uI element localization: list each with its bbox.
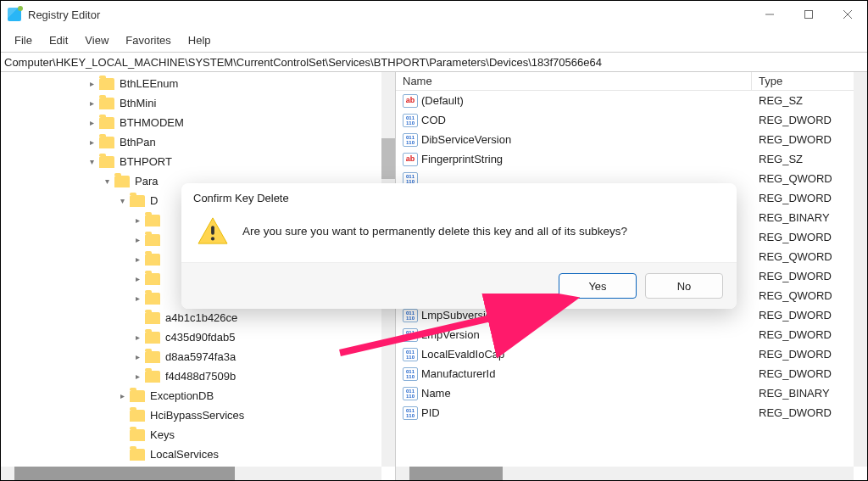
svg-point-6: [211, 237, 214, 240]
tree-row[interactable]: ▸BthMini: [86, 93, 395, 113]
value-name-cell: 011 110DibServiceVersion: [396, 133, 752, 147]
chevron-right-icon[interactable]: ▸: [116, 391, 128, 400]
chevron-right-icon[interactable]: ▸: [86, 118, 97, 127]
value-name-cell: abFingerprintString: [396, 153, 752, 166]
list-row[interactable]: 011 110DibServiceVersionREG_DWORD: [396, 130, 867, 149]
value-type-cell: REG_SZ: [752, 94, 867, 107]
string-value-icon: ab: [403, 94, 418, 108]
list-row[interactable]: ab(Default)REG_SZ: [396, 91, 867, 110]
address-bar[interactable]: Computer\HKEY_LOCAL_MACHINE\SYSTEM\Curre…: [1, 52, 867, 72]
chevron-right-icon[interactable]: ▸: [131, 254, 143, 264]
maximize-button[interactable]: [789, 1, 828, 28]
string-value-icon: ab: [403, 153, 418, 166]
list-row[interactable]: 011 110LocalEvaldIoCapREG_DWORD: [396, 344, 867, 364]
chevron-right-icon[interactable]: ▸: [131, 352, 143, 361]
list-horizontal-scrollbar[interactable]: [396, 467, 854, 480]
tree-horizontal-scrollbar[interactable]: [1, 467, 381, 480]
value-name-cell: 011 110LmpSubversion: [396, 309, 752, 322]
value-type-cell: REG_DWORD: [752, 348, 867, 361]
close-button[interactable]: [828, 1, 867, 28]
list-header: Name Type: [396, 72, 867, 91]
value-name-cell: 011 110LmpVersion: [396, 328, 752, 342]
tree-row[interactable]: ▸BthLEEnum: [86, 74, 395, 93]
folder-icon: [130, 449, 145, 461]
value-name: Name: [421, 387, 451, 400]
tree-label: Keys: [150, 428, 175, 441]
column-type-header[interactable]: Type: [752, 72, 867, 90]
list-vertical-scrollbar[interactable]: [854, 72, 867, 467]
binary-value-icon: 011 110: [403, 348, 418, 361]
chevron-right-icon[interactable]: ▸: [86, 98, 97, 108]
folder-icon: [145, 293, 160, 305]
folder-icon: [145, 371, 160, 383]
yes-button[interactable]: Yes: [559, 273, 637, 299]
value-type-cell: REG_DWORD: [752, 231, 867, 243]
list-row[interactable]: abFingerprintStringREG_SZ: [396, 149, 867, 169]
tree-row[interactable]: ▸BthPan: [86, 132, 395, 152]
chevron-right-icon[interactable]: ▸: [86, 137, 97, 147]
minimize-button[interactable]: [750, 1, 789, 28]
tree-vscroll-thumb[interactable]: [381, 138, 395, 179]
tree-row[interactable]: ▸f4d488d7509b: [86, 366, 395, 386]
list-row[interactable]: 011 110PIDREG_DWORD: [396, 403, 867, 422]
svg-rect-5: [211, 226, 214, 234]
list-hscroll-thumb[interactable]: [409, 467, 503, 480]
folder-icon: [99, 78, 114, 90]
tree-row[interactable]: Keys: [86, 425, 395, 445]
list-row[interactable]: 011 110ManufacturerIdREG_DWORD: [396, 364, 867, 383]
folder-icon: [145, 254, 160, 266]
value-type-cell: REG_QWORD: [752, 172, 867, 185]
tree-row[interactable]: a4b1c1b426ce: [86, 308, 395, 327]
value-type-cell: REG_DWORD: [752, 192, 867, 204]
menu-view[interactable]: View: [76, 31, 117, 50]
value-type-cell: REG_QWORD: [752, 289, 867, 302]
tree-label: BTHMODEM: [120, 116, 184, 129]
value-type-cell: REG_SZ: [752, 153, 867, 165]
chevron-right-icon[interactable]: ▸: [131, 215, 143, 225]
column-name-header[interactable]: Name: [396, 72, 752, 90]
list-row[interactable]: 011 110NameREG_BINARY: [396, 383, 867, 403]
value-name-cell: 011 110COD: [396, 114, 752, 127]
chevron-right-icon[interactable]: ▸: [86, 79, 97, 88]
menu-file[interactable]: File: [6, 31, 41, 50]
chevron-right-icon[interactable]: ▸: [131, 274, 143, 283]
value-type-cell: REG_DWORD: [752, 328, 867, 341]
chevron-down-icon[interactable]: ▾: [116, 196, 128, 205]
tree-label: Para: [135, 175, 158, 187]
no-button[interactable]: No: [645, 273, 723, 299]
folder-icon: [130, 429, 145, 441]
chevron-down-icon[interactable]: ▾: [101, 176, 113, 186]
binary-value-icon: 011 110: [403, 114, 418, 127]
menu-favorites[interactable]: Favorites: [117, 31, 179, 50]
menu-help[interactable]: Help: [180, 31, 220, 50]
chevron-right-icon[interactable]: ▸: [131, 372, 143, 381]
menu-edit[interactable]: Edit: [41, 31, 76, 50]
tree-row[interactable]: ▸c435d90fdab5: [86, 327, 395, 347]
regedit-icon: [8, 8, 21, 21]
tree-row[interactable]: HciBypassServices: [86, 405, 395, 425]
chevron-right-icon[interactable]: ▸: [131, 235, 143, 244]
dialog-title: Confirm Key Delete: [181, 183, 737, 208]
tree-row[interactable]: ▸ExceptionDB: [86, 386, 395, 405]
chevron-down-icon[interactable]: ▾: [86, 157, 97, 166]
tree-row[interactable]: ▸BTHMODEM: [86, 113, 395, 132]
folder-icon: [114, 176, 130, 187]
folder-icon: [130, 390, 145, 402]
chevron-right-icon[interactable]: ▸: [131, 333, 143, 342]
tree-hscroll-thumb[interactable]: [14, 467, 235, 480]
binary-value-icon: 011 110: [403, 309, 418, 322]
value-type-cell: REG_DWORD: [752, 406, 867, 419]
folder-icon: [145, 332, 160, 344]
binary-value-icon: 011 110: [403, 406, 418, 420]
list-row[interactable]: 011 110LmpVersionREG_DWORD: [396, 325, 867, 344]
tree-row[interactable]: ▸d8aa5974fa3a: [86, 347, 395, 366]
value-type-cell: REG_DWORD: [752, 133, 867, 146]
tree-row[interactable]: ▾BTHPORT: [86, 152, 395, 171]
folder-icon: [99, 156, 114, 168]
value-name: LmpVersion: [421, 328, 480, 341]
chevron-right-icon[interactable]: ▸: [131, 294, 143, 303]
dialog-message: Are you sure you want to permanently del…: [242, 225, 627, 238]
value-name: FingerprintString: [421, 153, 503, 165]
list-row[interactable]: 011 110CODREG_DWORD: [396, 110, 867, 130]
tree-row[interactable]: LocalServices: [86, 445, 395, 464]
